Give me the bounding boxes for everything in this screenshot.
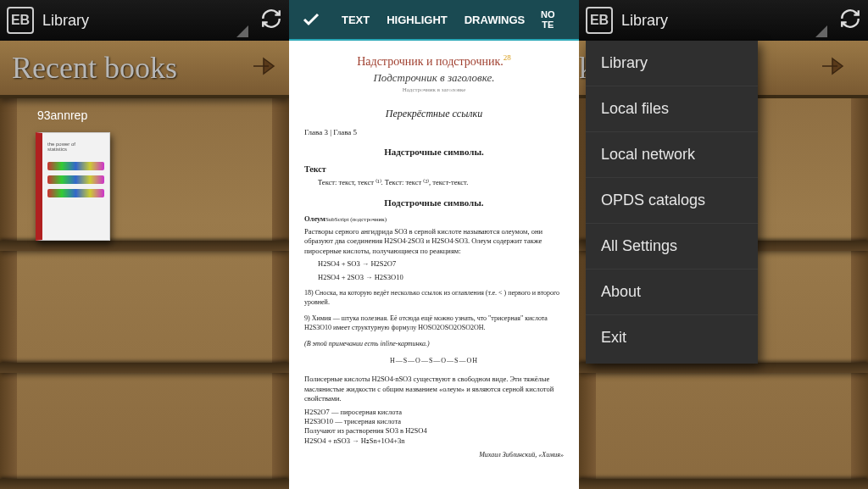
reader-page-content[interactable]: Надстрочник и подстрочник.28 Подстрочник… [289,41,579,489]
dropdown-indicator-icon[interactable] [815,25,827,37]
footnote-18: 18) Сноска, на которую ведёт несколько с… [304,289,564,308]
tab-highlight[interactable]: HIGHLIGHT [378,0,456,39]
panel-library: EB Library Recent books 93annrep the pow… [0,0,289,489]
panel-reader: TEXT HIGHLIGHT DRAWINGS NOTE Надстрочник… [289,0,579,489]
recent-books-header: Recent books [0,41,289,98]
chapter-breadcrumb: Глава 3 | Глава 5 [304,127,564,137]
topbar: EB Library [579,0,868,41]
equation: H2SO4 + SO3 → H2S2O7 [318,259,564,269]
body-paragraph: Растворы серного ангидрида SO3 в серной … [304,227,564,256]
refresh-icon[interactable] [260,8,282,33]
section-crossrefs: Перекрёстные ссылки [304,107,564,120]
tab-text[interactable]: TEXT [333,0,378,39]
menu-item-library[interactable]: Library [586,41,758,86]
menu-item-local-network[interactable]: Local network [586,132,758,178]
page-subtiny: Надстрочник в заголовке [304,86,564,94]
oleum-heading: ОлеумSubScript (подстрочник) [304,214,564,224]
recent-books-title: Recent books [12,50,177,86]
forward-arrow-icon[interactable] [817,51,848,85]
menu-item-opds[interactable]: OPDS catalogs [586,178,758,224]
footnote-9: 9) Химия — штука полезная. Её отсюда ещё… [304,314,564,333]
main-menu: Library Local files Local network OPDS c… [586,41,758,364]
book-cover[interactable]: the power ofstatistics [36,132,110,241]
body-paragraph: Полисерные кислоты H2SO4·nSO3 существуют… [304,375,564,403]
body-paragraph: Текст: текст, текст ⁽¹⁾. Текст: текст ⁽²… [318,178,564,187]
menu-item-exit[interactable]: Exit [586,315,758,364]
reader-toolbar: TEXT HIGHLIGHT DRAWINGS NOTE [289,0,579,41]
app-logo-icon[interactable]: EB [7,7,34,34]
signature: Михаил Зиблинский, «Химия» [304,451,564,460]
confirm-check-icon[interactable] [289,9,333,30]
menu-item-local-files[interactable]: Local files [586,86,758,132]
footnote-italic: (В этой примечании есть inline-картинка.… [304,340,564,349]
topbar-title[interactable]: Library [621,12,815,30]
topbar: EB Library [0,0,289,41]
tab-note[interactable]: NOTE [533,9,562,30]
page-heading: Надстрочник и подстрочник.28 [304,53,564,70]
menu-item-settings[interactable]: All Settings [586,224,758,270]
text-label: Текст [304,164,564,175]
panel-library-menu: EB Library ks Library Local files Local … [579,0,868,489]
app-logo-icon[interactable]: EB [586,7,613,34]
topbar-title[interactable]: Library [42,12,236,30]
dropdown-indicator-icon[interactable] [236,25,248,37]
equation: H2SO4 + 2SO3 → H2S3O10 [318,273,564,282]
page-subheading: Подстрочник в заголовке. [304,70,564,86]
book-filename: 93annrep [37,108,87,122]
body-list: H2S2O7 — пиросерная кислота H2S3O10 — тр… [304,408,564,447]
forward-arrow-icon[interactable] [248,51,279,85]
structural-formula: H—S—O—S—O—S—OH [304,357,564,366]
tab-drawings[interactable]: DRAWINGS [456,0,534,39]
section-superscript: Надстрочные символы. [304,146,564,158]
refresh-icon[interactable] [839,8,861,33]
section-subscript: Подстрочные символы. [304,197,564,209]
menu-item-about[interactable]: About [586,270,758,315]
